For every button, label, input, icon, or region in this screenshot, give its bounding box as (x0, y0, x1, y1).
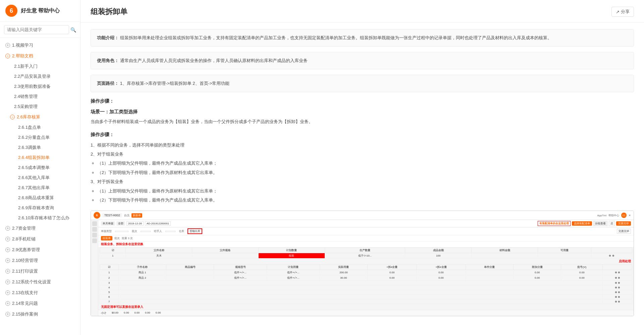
mini-assign-btn[interactable]: 分组查看 (593, 221, 607, 226)
low-cell-empty6a: 6 (100, 295, 119, 299)
mini-left-bar (91, 220, 98, 316)
mini-form-type[interactable] (115, 231, 128, 232)
mini-tab-all[interactable]: 全部 (116, 221, 125, 226)
sidebar-item-costcalc[interactable]: 2.6.8商品成本重算 (0, 193, 80, 203)
step2-sub1: （1）上部明细为父件明细，最终作为产成品生成其它入库单； (97, 159, 634, 167)
sidebar-item-biz[interactable]: + 2.10经营管理 (0, 255, 80, 266)
mini-form-warehouse[interactable]: 货物出库 (187, 228, 202, 234)
sidebar-item-adjust[interactable]: 2.6.3调拨单 (0, 143, 80, 153)
sidebar-item-stockerr[interactable]: 2.6.10库存账本错了怎么办 (0, 213, 80, 223)
mini-docno-field[interactable]: AD-201912260001 (145, 221, 171, 226)
mini-select-assembly-btn[interactable]: 选择装配清单 (572, 221, 592, 226)
step3-sub2: （2）下部明细为子件明细，最终作为产成品生成其它入库单。 (97, 196, 634, 204)
mini-form-label1: 单据类型 (101, 229, 112, 233)
sidebar-item-stock[interactable]: − 2.6库存核算 (0, 112, 80, 122)
mini-logo: 6 (94, 212, 100, 219)
mini-form-batch[interactable] (141, 231, 151, 232)
mini-close[interactable]: ✕ (629, 214, 631, 217)
sidebar-item-mobile[interactable]: + 2.8手机旺铺 (0, 234, 80, 244)
footer-val2: 0.00 (124, 311, 129, 315)
sidebar-item-prepare[interactable]: 2.3使用前数据准备 (0, 81, 80, 92)
col-plan-qty: 计划数量 (258, 248, 325, 253)
mini-annotation-enable: 启用处理 (98, 259, 634, 264)
mini-items-count: 批量 3 次 (122, 236, 133, 240)
low-cell-empty3a: 3 (100, 281, 119, 285)
mini-body: 本月单据 全部 2019-12-26 AD-201912260001 有装配清单… (91, 220, 634, 316)
role-label: 使用角色： (97, 58, 119, 63)
sidebar-item-docs[interactable]: − 2.帮助文档 (0, 51, 80, 61)
cell-ops[interactable]: ⊕ ⊗ (591, 253, 632, 259)
low-cell-empty7a: 7 (100, 299, 119, 304)
col-available: 可用量 (538, 248, 591, 253)
share-button[interactable]: ↗ 分享 (611, 7, 634, 17)
sidebar-item-costadj[interactable]: 2.6.5成本调整单 (0, 163, 80, 173)
mini-annotation-bar: 组装业务、拆卸业务在这里切换 (98, 241, 634, 247)
scene1-title: 场景一：加工类型选择 (91, 109, 634, 115)
low-cell-opsb[interactable]: ⊕ ⊗ (603, 275, 632, 281)
low-cell-batch: 0.00 (561, 270, 603, 275)
share-label: 分享 (621, 9, 630, 15)
step3-sub: （1）上部明细为父件明细，最终作为原材料生成其它出库单； （2）下部明细为子件明… (91, 187, 634, 204)
sidebar-item-label: 2.7资金管理 (12, 225, 36, 231)
mini-date-field[interactable]: 2019-12-26 (126, 221, 144, 226)
cell-available (538, 253, 591, 259)
mini-nav1: 自员 (124, 214, 129, 217)
lower-table-row-empty4: 4 ⊕ ⊗ (100, 285, 632, 290)
mini-annotation-assembly: 有装配清单的在这里处理 (538, 221, 571, 226)
app-logo-icon: 6 (5, 5, 17, 17)
mini-confirm-btn[interactable]: 完善完毕 (616, 221, 631, 226)
low-cell-check2[interactable]: 2 (100, 275, 119, 281)
mini-left-icon3 (92, 233, 97, 237)
sidebar-item-custom[interactable]: + 2.12系统个性化设置 (0, 277, 80, 287)
sidebar-item-case[interactable]: + 2.15操作案例 (0, 309, 80, 320)
search-input[interactable] (4, 25, 69, 34)
cell-check[interactable]: 1 (100, 253, 126, 259)
sidebar-item-label: 2.11打印设置 (12, 268, 38, 274)
sidebar-item-assemble[interactable]: 2.6.4组装拆卸单 (0, 153, 80, 163)
sidebar-item-stockcount[interactable]: 2.6.1盘点单 (0, 122, 80, 132)
low-cell-extrab: 0.00 (514, 275, 561, 281)
sidebar-item-stockcount2[interactable]: 2.6.2分量盘点单 (0, 132, 80, 143)
low-cell-check[interactable]: 1 (100, 270, 119, 275)
col-parent-spec: 父件规格 (192, 248, 259, 253)
annotation-scene-switch: 组装业务、拆卸业务在这里切换 (101, 242, 143, 246)
sidebar-item-stockcheck[interactable]: 2.6.9库存账本查询 (0, 203, 80, 213)
mini-user-avatar: CC (621, 213, 627, 218)
path-text: 1、库存核算->库存管理->组装拆卸单 2、首页->常用功能 (120, 81, 230, 86)
sidebar-item-install[interactable]: 2.2产品安装及登录 (0, 71, 80, 81)
mini-tab-current[interactable]: 本月单据 (101, 221, 115, 226)
mini-form-row: 单据类型 批次 经手人 仓库 货物出库 完善完毕 (98, 227, 634, 235)
lower-table-row: 1 商品 1 低件+√+... 低件+√+... 200.00 0.00 0.0… (100, 270, 632, 275)
sidebar-item-label: 2.9优惠券管理 (12, 247, 40, 253)
sidebar-item-finance[interactable]: + 2.7资金管理 (0, 223, 80, 234)
low-col-spec: 规格型号 (214, 265, 267, 270)
expand-icon: + (5, 269, 10, 274)
low-cell-no (166, 270, 214, 275)
low-cell-ops[interactable]: ⊕ ⊗ (603, 270, 632, 275)
low-col-check: ☑ (100, 265, 119, 270)
sidebar-item-purchase[interactable]: 2.5采购管理 (0, 102, 80, 112)
footer-val4: 0.00 (145, 311, 150, 315)
sidebar-item-payment[interactable]: + 2.13在线支付 (0, 287, 80, 298)
mini-sub-toolbar: 本月单据 全部 2019-12-26 AD-201912260001 有装配清单… (98, 220, 634, 227)
mini-extra-btn[interactable]: 启 (609, 221, 615, 226)
search-button[interactable]: 🔍 (70, 27, 76, 33)
low-cell-name: 商品 1 (118, 270, 166, 275)
low-cell-plan2: 低件+√+... (267, 275, 320, 281)
step2-sub: （1）上部明细为父件明细，最终作为产成品生成其它入库单； （2）下部明细为子件明… (91, 159, 634, 176)
mini-form-person[interactable] (165, 231, 175, 232)
sidebar-item-sales[interactable]: 2.4销售管理 (0, 92, 80, 102)
low-cell-empty5c: ⊕ ⊗ (603, 290, 632, 295)
sidebar-item-print[interactable]: + 2.11打印设置 (0, 266, 80, 277)
screenshot-container: 6 TEST-H002 自员 新新单 AppTml 帮助中心 CC ✕ (91, 211, 634, 316)
sidebar-item-new[interactable]: 2.1新手入门 (0, 61, 80, 71)
mini-confirm-action[interactable]: 完善完毕 (617, 229, 631, 234)
sidebar-item-faq[interactable]: + 2.14常见问题 (0, 298, 80, 309)
sidebar-item-otherout[interactable]: 2.6.7其他出库单 (0, 183, 80, 193)
low-cell-batchb: 0.00 (561, 275, 603, 281)
sidebar-item-video[interactable]: + 1.视频学习 (0, 40, 80, 51)
sidebar-item-coupon[interactable]: + 2.9优惠券管理 (0, 244, 80, 255)
sidebar-item-otherin[interactable]: 2.6.6其他入库单 (0, 173, 80, 183)
mini-form-label3: 经手人 (154, 229, 162, 233)
cell-parent-name: 关木 (126, 253, 192, 259)
